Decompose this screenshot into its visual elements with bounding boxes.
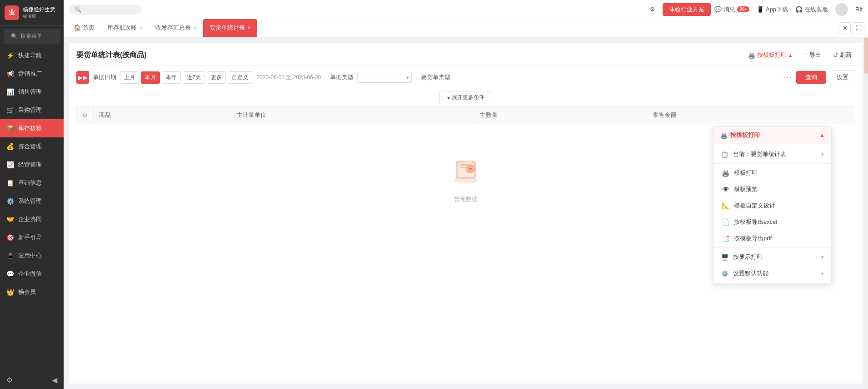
divider-2 [714,248,831,248]
sidebar-item-system[interactable]: ⚙️ 系统管理 [0,192,64,210]
tab-inventory-batch-close[interactable]: × [140,25,143,31]
sidebar-item-basic[interactable]: 📋 基础信息 [0,174,64,192]
search-icon: 🔍 [11,33,18,40]
tab-order-stats-close[interactable]: × [248,25,251,31]
sidebar-logo: 业 畅捷通好生意 标准版 [0,0,64,26]
sidebar-settings-icon[interactable]: ⚙ [6,376,13,384]
th-retail-amount: 零售金额 [647,106,855,124]
template-design-icon: 📐 [721,202,729,209]
tab-home[interactable]: 🏠 首页 [67,19,101,37]
print-chevron-up-icon: ▲ [788,53,793,58]
export-button[interactable]: ↑ 导出 [801,49,825,61]
tab-inventory-batch[interactable]: 库存批次账 × [101,19,149,37]
refresh-label: 刷新 [840,51,852,59]
online-service-action[interactable]: 🎧 在线客服 [795,5,828,14]
empty-state-icon [448,152,484,188]
member-icon: 👑 [5,288,15,297]
date-btn-custom[interactable]: 自定义 [228,71,252,84]
system-label: 系统管理 [18,197,42,205]
dropdown-item-display-print[interactable]: 🖥️ 按显示打印 ▾ [714,249,831,265]
filter-more-icon[interactable]: ··· [783,73,793,82]
logo-title: 畅捷通好生意 [23,6,55,14]
operation-label: 经营管理 [18,161,42,169]
dropdown-chevron-up-icon[interactable]: ▲ [819,132,825,138]
sidebar-item-purchase[interactable]: 🛒 采购管理 [0,101,64,119]
query-button[interactable]: 查询 [796,71,826,84]
sidebar-item-collab[interactable]: 🤝 企业协同 [0,210,64,228]
basic-icon: 📋 [5,178,15,187]
sidebar-item-inventory[interactable]: 📦 库存核算 [0,119,64,137]
apps-icon: 📱 [5,251,15,260]
dropdown-current-item[interactable]: 📋 当前：要货单统计表 ▾ [714,146,831,162]
topbar-gear-icon[interactable]: ⚙ [650,6,655,13]
sidebar-item-marketing[interactable]: 📢 营销推广 [0,65,64,83]
type-select[interactable] [357,72,412,83]
template-print-button[interactable]: 🖨️ 按模板打印 ▲ [744,49,797,61]
date-buttons: 上月 本月 本年 近7天 更多 自定义 [120,71,252,84]
template-design-item-label: 模板自定义设计 [734,202,775,210]
display-print-label: 按显示打印 [733,253,763,261]
tab-expand-button[interactable]: ⛶ [853,22,864,34]
finance-label: 资金管理 [18,142,42,151]
sidebar-item-sales[interactable]: 📊 销售管理 [0,83,64,101]
refresh-button[interactable]: ↺ 刷新 [829,49,855,61]
sidebar-item-operation[interactable]: 📈 经营管理 [0,156,64,174]
dropdown-item-template-preview[interactable]: 👁️ 模板预览 [714,181,831,197]
quick-nav-icon: ⚡ [5,51,15,60]
tab-collection-summary-close[interactable]: × [194,25,197,31]
column-settings-icon[interactable]: ⚙ [82,112,88,119]
dropdown-item-template-print[interactable]: 🖨️ 模板打印 [714,165,831,181]
tab-order-stats-label: 要货单统计表 [210,24,245,32]
topbar-search[interactable]: 🔍 [69,5,142,15]
sidebar-collapse-icon[interactable]: ◀ [52,376,57,384]
marketing-icon: 📢 [5,69,15,78]
guide-label: 新手引导 [18,233,42,242]
date-btn-this-month[interactable]: 本月 [141,71,160,84]
sidebar-search[interactable]: 🔍 搜索菜单 [4,29,60,44]
date-btn-this-year[interactable]: 本年 [162,71,181,84]
basic-label: 基础信息 [18,179,42,187]
date-btn-more[interactable]: 更多 [207,71,226,84]
tab-collection-summary[interactable]: 收发存汇总表 × [149,19,203,37]
sidebar-item-apps[interactable]: 📱 应用中心 [0,247,64,265]
sidebar-item-wechat[interactable]: 💬 企业微信 [0,265,64,283]
experience-button[interactable]: 体验行业方案 [663,3,711,16]
template-excel-item-label: 按模板导出excel [734,218,777,226]
home-icon: 🏠 [74,24,81,31]
display-print-arrow-icon: ▾ [821,254,824,260]
th-gear: ⚙ [77,106,94,124]
dropdown-item-template-excel[interactable]: 📄 按模板导出excel [714,214,831,230]
expand-icon: ▾ [447,95,450,101]
dropdown-item-set-default[interactable]: ⚙️ 设置默认功能 ▾ [714,265,831,282]
settings-button[interactable]: 设置 [830,71,855,84]
filter-expand-button[interactable]: ▶▶ [76,71,89,84]
app-download-action[interactable]: 📱 App下载 [757,5,788,14]
dropdown-item-template-pdf[interactable]: 📑 按模板导出pdf [714,230,831,247]
user-avatar[interactable] [835,3,848,16]
sidebar-item-quick-nav[interactable]: ⚡ 快捷导航 [0,46,64,65]
logo-icon: 业 [5,5,19,20]
messages-action[interactable]: 💬 消息 99+ [714,5,749,14]
date-btn-7days[interactable]: 近7天 [183,71,205,84]
sidebar-item-member[interactable]: 👑 畅会员 [0,283,64,301]
sidebar-item-finance[interactable]: 💰 资金管理 [0,137,64,156]
table-header-row: ⚙ 商品 主计量单位 主数量 零售金额 [77,106,855,124]
collab-label: 企业协同 [18,215,42,223]
expand-more-button[interactable]: ▾ 展开更多条件 [439,91,492,104]
tab-close-all-button[interactable]: ✕ [839,22,851,34]
svg-point-0 [456,179,476,183]
tab-order-stats[interactable]: 要货单统计表 × [203,19,257,37]
dropdown-header-right: ▲ [819,132,825,138]
refresh-icon: ↺ [833,52,838,59]
scrollbar-thumb[interactable] [864,37,868,74]
th-unit: 主计量单位 [231,106,474,124]
template-print-label: 按模板打印 [757,51,787,59]
message-icon: 💬 [714,6,722,13]
sidebar-item-guide[interactable]: 🎯 新手引导 [0,228,64,247]
dropdown-item-template-design[interactable]: 📐 模板自定义设计 [714,197,831,214]
search-label: 搜索菜单 [20,32,42,40]
date-btn-last-month[interactable]: 上月 [120,71,139,84]
logo-text-wrap: 畅捷通好生意 标准版 [23,6,55,20]
system-icon: ⚙️ [5,197,15,206]
current-arrow-icon: ▾ [821,152,824,157]
